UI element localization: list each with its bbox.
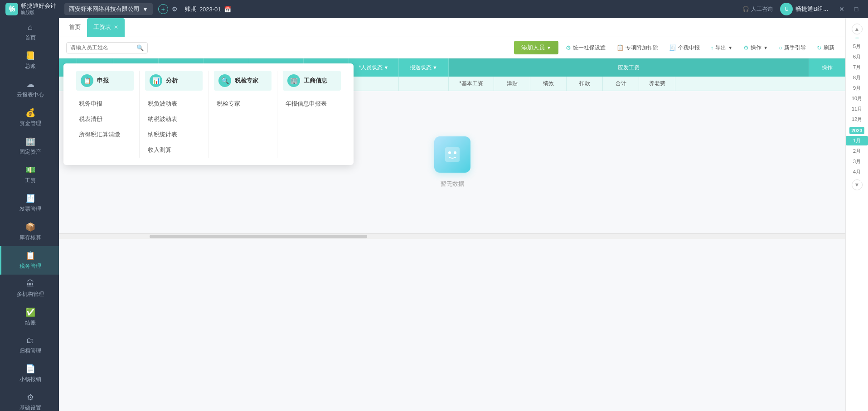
multi-icon: 🏛	[26, 279, 34, 289]
horizontal-scrollbar[interactable]	[59, 233, 845, 239]
sidebar-item-salary[interactable]: 💵 工资	[0, 160, 59, 189]
status-filter-icon: ▼	[383, 65, 388, 70]
timeline-month-6[interactable]: 6月	[846, 52, 868, 62]
calendar-icon[interactable]: 📅	[224, 6, 231, 13]
sub-total: 合计	[603, 77, 639, 91]
dropdown-item-annual-report[interactable]: 年报信息申报表	[283, 96, 341, 111]
sidebar-item-invoice[interactable]: 🧾 发票管理	[0, 189, 59, 218]
timeline-month-4[interactable]: 4月	[846, 167, 868, 177]
sidebar-label-tax: 税务管理	[19, 262, 41, 270]
dropdown-col-analysis: 📊 分析 税负波动表 纳税波动表 纳税统计表 收入测算	[140, 71, 209, 158]
timeline-month-12[interactable]: 12月	[846, 115, 868, 124]
add-person-button[interactable]: 添加人员 ▼	[514, 41, 558, 54]
sidebar-item-tax[interactable]: 📋 税务管理	[0, 246, 59, 275]
timeline-month-3[interactable]: 3月	[846, 157, 868, 166]
sub-deduction: 扣款	[567, 77, 603, 91]
timeline-nav-up[interactable]: ▲	[852, 24, 863, 34]
social-security-label: 统一社保设置	[573, 44, 606, 52]
analysis-label: 分析	[166, 77, 178, 85]
company-dropdown-icon: ▼	[142, 6, 148, 13]
tab-close-button[interactable]: ✕	[114, 24, 118, 30]
timeline-month-8[interactable]: 8月	[846, 73, 868, 82]
add-company-button[interactable]: +	[158, 4, 168, 14]
timeline-month-7[interactable]: 7月	[846, 63, 868, 72]
sub-base-salary: *基本工资	[449, 77, 494, 91]
restore-window-button[interactable]: □	[850, 3, 863, 15]
sub-performance: 绩效	[530, 77, 567, 91]
toolbar: 🔍 添加人员 ▼ ⚙ 统一社保设置 📋 专项附加扣除 🧾 个税申报 ↑ 导出	[59, 37, 845, 58]
dropdown-item-income-forecast[interactable]: 收入测算	[145, 142, 203, 158]
th-report-status[interactable]: 报送状态 ▼	[399, 58, 449, 77]
sidebar-item-funds[interactable]: 💰 资金管理	[0, 103, 59, 132]
sidebar-item-basic[interactable]: ⚙ 基础设置	[0, 388, 59, 411]
timeline-month-9[interactable]: 9月	[846, 83, 868, 93]
sidebar-item-assets[interactable]: 🏢 固定资产	[0, 132, 59, 160]
user-name: 畅捷通B组...	[795, 5, 828, 13]
sidebar-item-report[interactable]: 📄 小畅报销	[0, 359, 59, 388]
search-wrap: 🔍	[66, 42, 148, 53]
empty-icon	[434, 136, 470, 173]
guide-action-label: 新手引导	[784, 44, 806, 52]
dropdown-item-tax-payment[interactable]: 纳税波动表	[145, 111, 203, 127]
sidebar-label-funds: 资金管理	[19, 120, 41, 127]
category-taxexpert: 🔍 税检专家	[214, 71, 272, 91]
sidebar-item-inventory[interactable]: 📦 库存核算	[0, 218, 59, 246]
refresh-button[interactable]: ↻ 刷新	[813, 42, 838, 54]
operation-label: 操作	[751, 44, 761, 52]
sidebar-item-ledger[interactable]: 📒 总账	[0, 46, 59, 75]
period-display: 账期 2023-01 📅	[185, 5, 231, 13]
tax-icon: 📋	[25, 251, 35, 261]
guide-action-button[interactable]: ○ 新手引导	[775, 42, 810, 54]
operation-button[interactable]: ⚙ 操作 ▼	[740, 42, 771, 54]
special-deduction-button[interactable]: 📋 专项附加扣除	[613, 42, 662, 54]
close-window-button[interactable]: ✕	[835, 3, 848, 15]
dropdown-col-declaration: 📋 申报 税务申报 税表清册 所得税汇算清缴	[71, 71, 140, 158]
company-selector[interactable]: 西安虾米网络科技有限公司 ▼	[64, 3, 153, 15]
empty-text: 暂无数据	[441, 180, 464, 188]
personal-tax-label: 个税申报	[678, 44, 700, 52]
sidebar-item-home[interactable]: ⌂ 首页	[0, 18, 59, 46]
svg-point-1	[448, 151, 451, 154]
timeline-month-11[interactable]: 11月	[846, 104, 868, 114]
dropdown-item-income-tax-calc[interactable]: 所得税汇算清缴	[76, 127, 134, 142]
category-declaration: 📋 申报	[76, 71, 134, 91]
tab-bar: 首页 工资表 ✕	[59, 18, 845, 37]
sidebar-label-ledger: 总账	[25, 63, 36, 70]
logo-icon: 畅	[5, 3, 18, 15]
timeline-nav-down[interactable]: ▼	[852, 179, 863, 190]
sidebar-item-cloud[interactable]: ☁ 云报表中心	[0, 75, 59, 103]
sidebar-label-cloud: 云报表中心	[17, 91, 44, 99]
export-button[interactable]: ↑ 导出 ▼	[707, 42, 736, 54]
sidebar-item-multi[interactable]: 🏛 多机构管理	[0, 275, 59, 303]
th-action-header: 操作	[809, 58, 845, 77]
dropdown-item-tax-form-clear[interactable]: 税表清册	[76, 111, 134, 127]
timeline-month-1[interactable]: 1月	[846, 136, 868, 145]
sidebar-item-settle[interactable]: ✅ 结账	[0, 303, 59, 331]
main-content: 首页 工资表 ✕ 🔍 添加人员 ▼ ⚙ 统一社保设置 📋	[59, 18, 845, 411]
sidebar-item-archive[interactable]: 🗂 归档管理	[0, 331, 59, 359]
user-area[interactable]: U 畅捷通B组...	[780, 3, 828, 15]
settings-icon[interactable]: ⚙	[172, 5, 178, 13]
tab-home[interactable]: 首页	[63, 18, 87, 37]
sidebar-label-salary: 工资	[25, 177, 36, 184]
special-deduction-label: 专项附加扣除	[626, 44, 658, 52]
search-input[interactable]	[70, 44, 134, 51]
timeline-month-2[interactable]: 2月	[846, 146, 868, 156]
guide-action-icon: ○	[779, 44, 782, 51]
service-button[interactable]: 🎧 人工咨询	[742, 5, 773, 13]
scrollbar-thumb[interactable]	[150, 235, 367, 238]
timeline-month-10[interactable]: 10月	[846, 94, 868, 103]
tab-salary-table[interactable]: 工资表 ✕	[87, 18, 125, 37]
dropdown-item-tax-stats[interactable]: 纳税统计表	[145, 127, 203, 142]
personal-tax-button[interactable]: 🧾 个税申报	[665, 42, 703, 54]
timeline-year-current: 2023	[849, 127, 864, 134]
dropdown-item-taxexpert[interactable]: 税检专家	[214, 96, 272, 111]
taxexpert-cat-icon: 🔍	[218, 74, 231, 87]
social-security-button[interactable]: ⚙ 统一社保设置	[562, 42, 609, 54]
app-title: 畅捷通好会计	[21, 2, 56, 10]
dropdown-item-tax-declaration[interactable]: 税务申报	[76, 96, 134, 111]
declaration-cat-icon: 📋	[81, 74, 93, 87]
dropdown-item-tax-burden[interactable]: 税负波动表	[145, 96, 203, 111]
th-status[interactable]: *人员状态 ▼	[349, 58, 399, 77]
timeline-month-5[interactable]: 5月	[846, 42, 868, 51]
